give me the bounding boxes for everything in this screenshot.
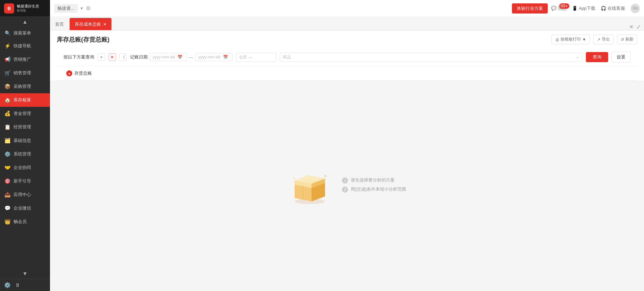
refresh-btn[interactable]: ↺ 刷新: [617, 34, 637, 44]
sidebar-item-label: 采购管理: [14, 83, 31, 90]
page-content: 库存总账(存货总账) 🖨 按模板打印 ▼ ↗ 导出 ↺ 刷新: [50, 30, 644, 291]
settings-btn[interactable]: 设置: [612, 52, 630, 63]
sidebar-item-label: 新手引导: [14, 178, 31, 184]
product-filter[interactable]: 商品 ···: [280, 53, 583, 62]
member-icon: 👑: [4, 218, 11, 225]
industry-btn[interactable]: 体验行业方案: [512, 3, 548, 14]
message-icon: 💬: [551, 6, 556, 11]
sidebar-scroll-up[interactable]: ▲: [21, 18, 29, 26]
sidebar-item-basic[interactable]: 🗂️ 基础信息: [0, 134, 50, 147]
quick-nav-icon: ⚡: [4, 43, 11, 49]
sidebar-scroll-down[interactable]: ▼: [21, 269, 29, 278]
settings-icon[interactable]: ⚙️: [4, 282, 11, 288]
empty-area: ✦ ✦ 1 请先选择要分析的方案 2 用[过滤]条件来缩小分析范围: [50, 81, 644, 291]
scheme-item-inventory-ledger[interactable]: ● 存货总账: [64, 69, 95, 78]
online-service-btn[interactable]: 🎧 在线客服: [601, 5, 625, 11]
app-name: 畅捷通好生意: [17, 4, 39, 8]
topbar-breadcrumb: 畅捷通... ▼ ⚙: [54, 4, 509, 13]
template-print-btn[interactable]: 🖨 按模板打印 ▼: [551, 34, 590, 44]
calendar-icon[interactable]: 📅: [177, 55, 182, 59]
sidebar-item-label: 畅会员: [14, 219, 27, 225]
breadcrumb-dropdown-icon[interactable]: ▼: [80, 6, 84, 11]
date-start-input[interactable]: yyyy-mm-dd 📅: [150, 53, 187, 61]
app-download-btn[interactable]: 📱 App下载: [572, 5, 595, 11]
empty-step-2: 2 用[过滤]条件来缩小分析范围: [342, 186, 406, 193]
search-icon: 🔍: [4, 30, 11, 37]
printer-icon: 🖨: [555, 37, 559, 42]
filter-date-group: 记账日期 yyyy-mm-dd 📅 — yyyy-mm-dd 📅: [130, 53, 232, 61]
sales-icon: 🛒: [4, 70, 11, 76]
sidebar-item-marketing[interactable]: 📢 营销推广: [0, 53, 50, 66]
sidebar-item-label: 销售管理: [14, 70, 31, 76]
filter-bar: 按以下方案查询 ＋ ✕ 《 记账日期 yyyy-mm-dd 📅 — yyyy-m…: [57, 48, 637, 66]
sidebar-item-label: 快捷导航: [14, 43, 31, 49]
message-btn[interactable]: 💬 消息 99+: [551, 5, 567, 11]
sidebar-search[interactable]: 🔍 搜索菜单: [0, 27, 50, 39]
sidebar-item-guide[interactable]: 🎯 新手引导: [0, 174, 50, 188]
sidebar-item-label: 企业微信: [14, 205, 31, 211]
sidebar-item-apps[interactable]: 📥 应用中心: [0, 188, 50, 201]
sidebar-item-wechat[interactable]: 💬 企业微信: [0, 201, 50, 215]
tab-home[interactable]: 首页: [50, 18, 69, 30]
logo-text-group: 畅捷通好生意 标准版: [17, 4, 39, 13]
page-actions: 🖨 按模板打印 ▼ ↗ 导出 ↺ 刷新: [551, 34, 637, 44]
date-separator: —: [189, 55, 193, 60]
warehouse-filter[interactable]: 仓库 ···: [236, 53, 276, 62]
date-start-placeholder: yyyy-mm-dd: [153, 55, 175, 59]
scheme-bar: ● 存货总账: [57, 66, 637, 81]
topbar: 畅捷通... ▼ ⚙ 体验行业方案 💬 消息 99+ 📱 App下载 🎧 在线客…: [50, 0, 644, 17]
empty-illustration: ✦ ✦: [288, 164, 332, 208]
apps-icon: 📥: [4, 191, 11, 198]
phone-icon: 📱: [572, 6, 577, 11]
filter-del-btn[interactable]: ✕: [108, 53, 116, 61]
wechat-icon: 💬: [4, 205, 11, 212]
empty-inner: ✦ ✦ 1 请先选择要分析的方案 2 用[过滤]条件来缩小分析范围: [288, 164, 406, 208]
sidebar-item-quick-nav[interactable]: ⚡ 快捷导航: [0, 39, 50, 53]
sidebar-menu: ⚡ 快捷导航 📢 营销推广 🛒 销售管理 📦 采购管理 🏠 库存核算 💰 资金管…: [0, 39, 50, 269]
warehouse-label: 仓库: [239, 54, 247, 60]
tab-right-icons: ✕ ⤢: [629, 24, 644, 30]
sidebar-item-label: 营销推广: [14, 56, 31, 63]
warehouse-more-icon[interactable]: ···: [248, 54, 252, 60]
tab-close-icon[interactable]: ✕: [103, 22, 106, 27]
sidebar-item-purchase[interactable]: 📦 采购管理: [0, 80, 50, 93]
query-btn[interactable]: 查询: [586, 52, 608, 62]
sidebar-item-member[interactable]: 👑 畅会员: [0, 215, 50, 228]
sidebar-search-label: 搜索菜单: [14, 30, 31, 36]
sidebar-item-label: 应用中心: [14, 192, 31, 198]
sidebar-item-system[interactable]: ⚙️ 系统管理: [0, 147, 50, 161]
sidebar-item-label: 库存核算: [14, 97, 31, 103]
filter-collapse-btn[interactable]: 《: [119, 53, 127, 61]
page-header: 库存总账(存货总账) 🖨 按模板打印 ▼ ↗ 导出 ↺ 刷新: [50, 30, 644, 81]
enterprise-icon: 🤝: [4, 164, 11, 171]
dropdown-icon: ▼: [582, 37, 586, 42]
tab-close-all-icon[interactable]: ✕: [629, 24, 634, 30]
sidebar-item-sales[interactable]: 🛒 销售管理: [0, 66, 50, 80]
step-2-num: 2: [342, 187, 348, 193]
topbar-settings-icon[interactable]: ⚙: [86, 5, 91, 11]
operation-icon: 📋: [4, 124, 11, 130]
sidebar-item-finance[interactable]: 💰 资金管理: [0, 107, 50, 120]
sidebar-item-label: 经营管理: [14, 124, 31, 130]
date-end-input[interactable]: yyyy-mm-dd 📅: [195, 53, 232, 61]
page-title-row: 库存总账(存货总账) 🖨 按模板打印 ▼ ↗ 导出 ↺ 刷新: [57, 34, 637, 44]
step-1-num: 1: [342, 177, 348, 184]
tab-expand-icon[interactable]: ⤢: [636, 24, 641, 30]
empty-text-area: 1 请先选择要分析的方案 2 用[过滤]条件来缩小分析范围: [342, 177, 406, 195]
sound-icon[interactable]: ⏸: [15, 282, 20, 288]
finance-icon: 💰: [4, 110, 11, 117]
user-avatar[interactable]: Rit: [630, 4, 640, 13]
sidebar-item-operation[interactable]: 📋 经营管理: [0, 120, 50, 134]
export-icon: ↗: [597, 37, 600, 42]
product-more-icon[interactable]: ···: [575, 54, 579, 60]
filter-add-btn[interactable]: ＋: [98, 53, 105, 61]
app-edition: 标准版: [17, 8, 39, 13]
sidebar-item-inventory[interactable]: 🏠 库存核算: [0, 93, 50, 107]
export-btn[interactable]: ↗ 导出: [593, 34, 614, 44]
sidebar-item-enterprise[interactable]: 🤝 企业协同: [0, 161, 50, 174]
basic-icon: 🗂️: [4, 137, 11, 144]
scheme-label: 存货总账: [74, 70, 92, 76]
tab-inventory-ledger[interactable]: 库存成本总账 ✕: [70, 18, 112, 30]
sidebar-item-label: 基础信息: [14, 138, 31, 144]
calendar-icon-end[interactable]: 📅: [223, 55, 228, 59]
